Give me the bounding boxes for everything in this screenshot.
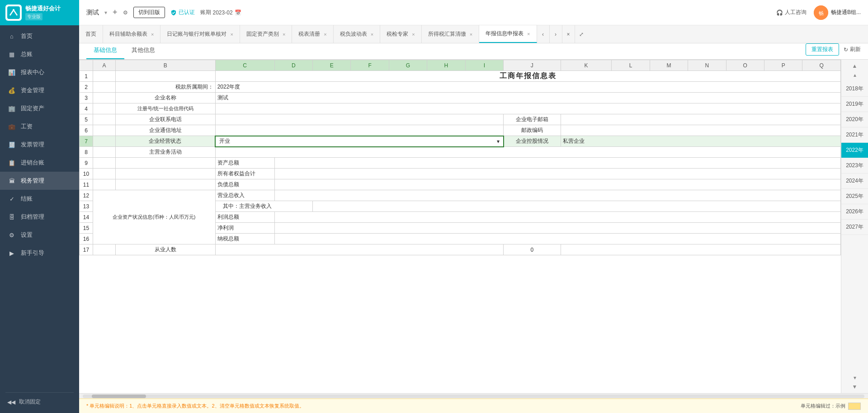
- col-header-q[interactable]: Q: [802, 60, 841, 71]
- cell-9d[interactable]: [274, 158, 840, 169]
- tab-expand-button[interactable]: ⤢: [575, 25, 588, 43]
- cell-10a[interactable]: [93, 169, 116, 179]
- cell-12d[interactable]: [274, 190, 840, 201]
- cell-6c[interactable]: [215, 125, 503, 136]
- cell-17j[interactable]: 0: [504, 244, 561, 255]
- refresh-button[interactable]: ↻ 刷新: [844, 46, 861, 53]
- tab-close-icon[interactable]: ×: [324, 32, 326, 37]
- tab-close-icon[interactable]: ×: [283, 32, 285, 37]
- cell-6a[interactable]: [93, 125, 116, 136]
- subtab-other[interactable]: 其他信息: [124, 43, 162, 59]
- tab-tax-inspect[interactable]: 税检专家 ×: [380, 25, 421, 43]
- year-item-2024[interactable]: 2024年: [841, 174, 868, 189]
- cell-9b[interactable]: [115, 158, 215, 169]
- cell-16c[interactable]: 纳税总额: [215, 234, 274, 244]
- sidebar-item-settle[interactable]: ✓ 结账: [0, 190, 79, 208]
- sidebar-item-tax[interactable]: 🏛 税务管理: [0, 172, 79, 190]
- year-scroll-down-button[interactable]: ▾: [848, 373, 862, 382]
- calendar-icon[interactable]: 📅: [235, 9, 241, 16]
- cell-2c[interactable]: 2022年度: [215, 82, 840, 93]
- sidebar-item-ledger[interactable]: ▦ 总账: [0, 45, 79, 63]
- tab-fixed-assets[interactable]: 固定资产类别 ×: [240, 25, 292, 43]
- cell-16d[interactable]: [274, 234, 840, 244]
- tab-close-all-button[interactable]: ×: [562, 25, 575, 43]
- tab-home[interactable]: 首页: [79, 25, 103, 43]
- cell-13d[interactable]: [312, 201, 840, 212]
- cell-14d[interactable]: [274, 212, 840, 223]
- year-item-2021[interactable]: 2021年: [841, 127, 868, 143]
- user-menu-button[interactable]: 畅 畅捷通B组...: [814, 5, 861, 20]
- tab-close-icon[interactable]: ×: [412, 32, 415, 37]
- year-scroll-up2-button[interactable]: ▴: [848, 70, 862, 80]
- cell-5a[interactable]: [93, 114, 116, 125]
- sidebar-item-fund[interactable]: 💰 资金管理: [0, 81, 79, 99]
- cell-11b[interactable]: [115, 179, 215, 190]
- year-item-2018[interactable]: 2018年: [841, 81, 868, 97]
- cell-11d[interactable]: [274, 179, 840, 190]
- horizontal-scrollbar[interactable]: [79, 393, 868, 399]
- year-item-2019[interactable]: 2019年: [841, 97, 868, 112]
- switch-version-button[interactable]: 切到旧版: [133, 7, 165, 18]
- tab-annual-report[interactable]: 年报信息申报表 ×: [479, 25, 537, 43]
- tab-close-icon[interactable]: ×: [371, 32, 373, 37]
- cell-10b[interactable]: [115, 169, 215, 179]
- year-item-2022[interactable]: 2022年: [841, 143, 868, 158]
- spreadsheet-grid[interactable]: A B C D E F G H I J K L: [79, 60, 841, 393]
- cell-9a[interactable]: [93, 158, 116, 169]
- year-item-2025[interactable]: 2025年: [841, 189, 868, 204]
- year-item-2023[interactable]: 2023年: [841, 158, 868, 174]
- hscroll-thumb[interactable]: [92, 394, 146, 398]
- sidebar-item-stock[interactable]: 📋 进销台账: [0, 154, 79, 172]
- tab-journal[interactable]: 日记账与银行对账单核对 ×: [160, 25, 240, 43]
- col-header-l[interactable]: L: [612, 60, 650, 71]
- col-header-m[interactable]: M: [650, 60, 688, 71]
- reset-report-button[interactable]: 重置报表: [806, 43, 839, 56]
- year-item-2026[interactable]: 2026年: [841, 204, 868, 220]
- tab-close-icon[interactable]: ×: [230, 32, 233, 37]
- tab-next-button[interactable]: ›: [550, 25, 562, 43]
- cell-9c[interactable]: 资产总额: [215, 158, 274, 169]
- col-header-j[interactable]: J: [504, 60, 561, 71]
- collapse-sidebar-button[interactable]: ◀◀ 取消固定: [0, 394, 79, 409]
- cell-2a[interactable]: [93, 82, 116, 93]
- tab-close-icon[interactable]: ×: [151, 32, 154, 37]
- cell-10c[interactable]: 所有者权益合计: [215, 169, 274, 179]
- cell-10d[interactable]: [274, 169, 840, 179]
- cell-5k[interactable]: [561, 114, 840, 125]
- topbar-dropdown-icon[interactable]: ▾: [104, 9, 107, 16]
- col-header-i[interactable]: I: [465, 60, 503, 71]
- col-header-p[interactable]: P: [764, 60, 802, 71]
- sidebar-item-report[interactable]: 📊 报表中心: [0, 63, 79, 81]
- year-scroll-up-button[interactable]: ▲: [848, 61, 862, 70]
- cell-5c[interactable]: [215, 114, 503, 125]
- tab-close-icon[interactable]: ×: [470, 32, 472, 37]
- cell-17k[interactable]: [561, 244, 840, 255]
- col-header-c[interactable]: C: [215, 60, 274, 71]
- cell-4a[interactable]: [93, 103, 116, 114]
- tab-close-icon[interactable]: ×: [527, 31, 530, 37]
- col-header-o[interactable]: O: [726, 60, 764, 71]
- sidebar-item-home[interactable]: ⌂ 首页: [0, 27, 79, 45]
- customer-service-button[interactable]: 🎧 人工咨询: [776, 9, 807, 16]
- cell-17a[interactable]: [93, 244, 116, 255]
- sidebar-item-invoice[interactable]: 🧾 发票管理: [0, 136, 79, 154]
- sidebar-item-fixed[interactable]: 🏢 固定资产: [0, 99, 79, 117]
- cell-15d[interactable]: [274, 223, 840, 234]
- year-item-2020[interactable]: 2020年: [841, 112, 868, 127]
- cell-11a[interactable]: [93, 179, 116, 190]
- cell-13c[interactable]: 其中：主营业务收入: [215, 201, 312, 212]
- cell-7a[interactable]: [93, 136, 116, 147]
- tab-tax-return[interactable]: 税表清册 ×: [292, 25, 333, 43]
- cell-12c[interactable]: 营业总收入: [215, 190, 274, 201]
- tab-income-tax[interactable]: 所得税汇算清缴 ×: [422, 25, 479, 43]
- year-scroll-down2-button[interactable]: ▼: [848, 382, 862, 391]
- sidebar-item-settings[interactable]: ⚙ 设置: [0, 226, 79, 244]
- sidebar-item-archive[interactable]: 🗄 归档管理: [0, 208, 79, 226]
- cell-1b[interactable]: [115, 71, 215, 82]
- topbar-settings-button[interactable]: ⚙: [123, 9, 128, 16]
- cell-3c[interactable]: 测试: [215, 93, 840, 103]
- cell-7k[interactable]: 私营企业: [561, 136, 840, 147]
- col-header-e[interactable]: E: [312, 60, 350, 71]
- col-header-d[interactable]: D: [274, 60, 312, 71]
- col-header-g[interactable]: G: [389, 60, 427, 71]
